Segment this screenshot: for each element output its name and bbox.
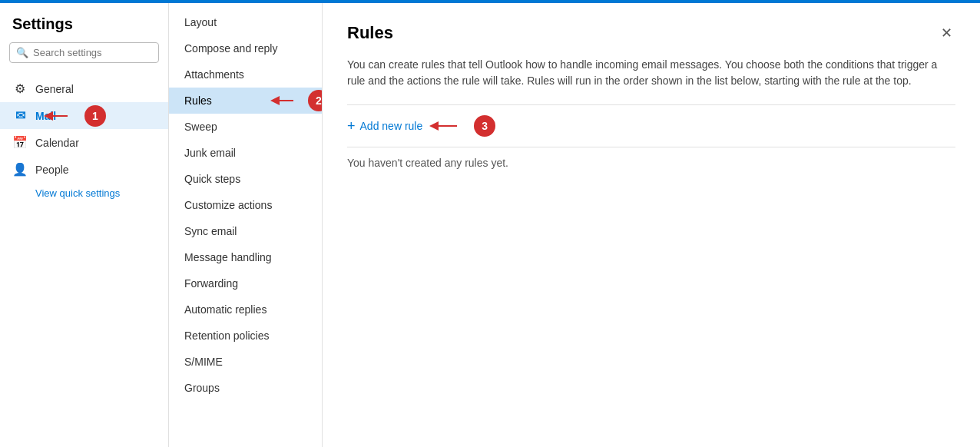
- search-box[interactable]: 🔍: [9, 42, 159, 63]
- empty-state-message: You haven't created any rules yet.: [347, 157, 955, 169]
- middle-item-layout[interactable]: Layout: [169, 9, 322, 35]
- sidebar-item-mail[interactable]: ✉ Mail 1: [0, 102, 168, 129]
- add-rule-label: Add new rule: [360, 120, 423, 132]
- people-icon: 👤: [12, 162, 28, 177]
- middle-item-forwarding[interactable]: Forwarding: [169, 270, 322, 296]
- search-input[interactable]: [33, 47, 152, 58]
- app-container: Settings 🔍 ⚙ General ✉ Mail: [0, 3, 980, 447]
- close-button[interactable]: ✕: [938, 22, 955, 45]
- divider-2: [347, 147, 955, 147]
- calendar-icon: 📅: [12, 135, 28, 150]
- middle-item-attachments[interactable]: Attachments: [169, 61, 322, 88]
- sidebar-item-label-general: General: [35, 83, 74, 95]
- middle-item-rules-label: Rules: [184, 94, 212, 107]
- rules-description: You can create rules that tell Outlook h…: [347, 57, 955, 89]
- middle-item-compose-reply[interactable]: Compose and reply: [169, 35, 322, 61]
- divider: [347, 104, 955, 105]
- main-header: Rules ✕: [347, 22, 955, 45]
- sidebar-item-label-mail: Mail: [35, 110, 56, 122]
- middle-item-rules[interactable]: Rules 2: [169, 88, 322, 114]
- middle-item-retention-policies[interactable]: Retention policies: [169, 323, 322, 349]
- page-title: Rules: [347, 23, 393, 43]
- middle-panel: Layout Compose and reply Attachments Rul…: [169, 3, 323, 447]
- sidebar: Settings 🔍 ⚙ General ✉ Mail: [0, 3, 169, 447]
- middle-item-sweep[interactable]: Sweep: [169, 114, 322, 140]
- middle-item-sync-email[interactable]: Sync email: [169, 218, 322, 244]
- add-new-rule-button[interactable]: + Add new rule: [347, 114, 422, 137]
- sidebar-title: Settings: [0, 15, 168, 42]
- middle-item-message-handling[interactable]: Message handling: [169, 244, 322, 270]
- annotation-badge-2: 2: [308, 90, 323, 111]
- middle-item-automatic-replies[interactable]: Automatic replies: [169, 296, 322, 323]
- middle-item-quick-steps[interactable]: Quick steps: [169, 166, 322, 192]
- middle-item-junk-email[interactable]: Junk email: [169, 140, 322, 166]
- annotation-badge-1: 1: [84, 105, 106, 127]
- middle-item-customize-actions[interactable]: Customize actions: [169, 192, 322, 218]
- sidebar-item-label-calendar: Calendar: [35, 137, 79, 149]
- arrow-2: [272, 93, 306, 108]
- main-content: Rules ✕ You can create rules that tell O…: [323, 3, 980, 447]
- sidebar-item-calendar[interactable]: 📅 Calendar: [0, 129, 168, 156]
- sidebar-item-label-people: People: [35, 164, 69, 176]
- middle-item-smime[interactable]: S/MIME: [169, 349, 322, 375]
- sidebar-item-people[interactable]: 👤 People: [0, 156, 168, 183]
- middle-item-groups[interactable]: Groups: [169, 375, 322, 401]
- annotation-badge-3: 3: [474, 115, 495, 137]
- mail-icon: ✉: [12, 108, 28, 123]
- plus-icon: +: [347, 119, 356, 133]
- sidebar-item-general[interactable]: ⚙ General: [0, 75, 168, 102]
- quick-settings-link[interactable]: View quick settings: [0, 183, 168, 204]
- gear-icon: ⚙: [12, 81, 28, 96]
- arrow-3: [430, 118, 472, 134]
- search-icon: 🔍: [16, 47, 28, 58]
